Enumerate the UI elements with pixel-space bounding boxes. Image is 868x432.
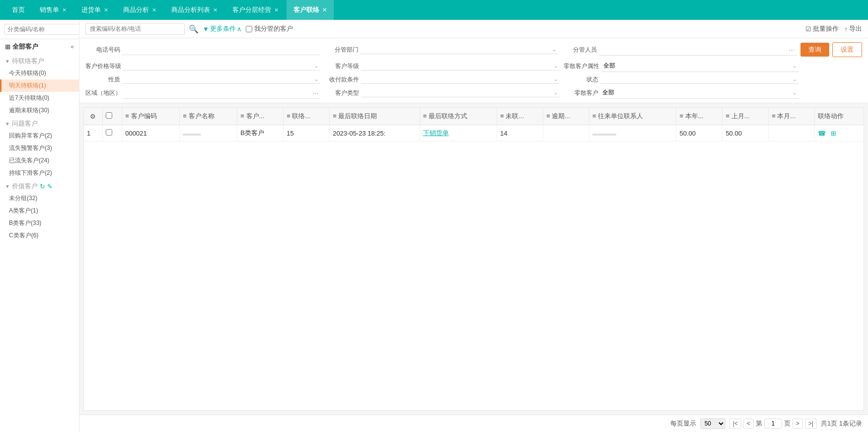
cell-this-month (769, 125, 815, 142)
sidebar-all-customers[interactable]: ⊞ 全部客户 « (0, 39, 79, 54)
th-last-month: ≡ 上月... (723, 108, 769, 125)
query-button[interactable]: 查询 (800, 43, 829, 57)
nav-product-analysis[interactable]: 商品分析 ✕ (116, 0, 163, 20)
next-page-btn[interactable]: > (793, 419, 803, 429)
nature-label: 性质 (85, 75, 120, 84)
customer-level-select[interactable]: ⌄ (361, 62, 559, 71)
cell-last-month: 50.00 (723, 125, 769, 142)
filter-phone: 电话号码 (85, 45, 320, 55)
sidebar-item-class-a[interactable]: A类客户(1) (0, 205, 79, 217)
my-customers-checkbox-label[interactable]: 我分管的客户 (246, 24, 293, 33)
retail-customer-select[interactable]: 全部 ⌄ (600, 87, 798, 99)
sidebar-search-area: 🔍 (0, 20, 79, 39)
close-product-analysis-list-icon[interactable]: ✕ (213, 7, 217, 13)
sidebar-item-abnormal[interactable]: 回购异常客户(2) (0, 130, 79, 142)
th-unit-contact: ≡ 往来单位联系人 (589, 108, 676, 125)
more-conditions-btn[interactable]: ▼ 更多条件 ∧ (203, 24, 242, 33)
close-purchase-icon[interactable]: ✕ (104, 7, 108, 13)
th-overdue: ≡ 逾期... (543, 108, 589, 125)
nature-select[interactable]: ⌄ (122, 75, 320, 84)
filter-customer-type: 客户类型 ⌄ (324, 88, 559, 97)
table-header-row: ⚙ ≡ 客户编码 ≡ 客户名称 ≡ 客户... ≡ 联络... ≡ 最后联络日期… (84, 108, 864, 125)
nav-home[interactable]: 首页 (5, 0, 32, 20)
retail-attr-caret-icon: ⌄ (793, 63, 796, 69)
filter-price-level: 客户价格等级 ⌄ (85, 62, 320, 71)
top-navigation: 首页 销售单 ✕ 进货单 ✕ 商品分析 ✕ 商品分析列表 ✕ 客户分层经营 ✕ … (0, 0, 868, 20)
prev-page-btn[interactable]: < (743, 419, 754, 429)
page-unit: 页 (784, 419, 791, 428)
page-number-input[interactable] (764, 419, 782, 429)
search-input[interactable] (85, 23, 185, 35)
customer-level-caret-icon: ⌄ (554, 63, 558, 69)
sidebar-item-overdue[interactable]: 逾期未联络(30) (0, 104, 79, 117)
person-label: 分管人员 (562, 46, 597, 54)
table-footer: 每页显示 50 100 200 |< < 第 页 > >| 共1页 1条记录 (79, 415, 868, 432)
action-phone-icon[interactable]: ☎ (818, 130, 826, 137)
sidebar-item-tomorrow[interactable]: 明天待联络(1) (0, 79, 79, 92)
status-select[interactable]: ⌄ (600, 75, 798, 84)
sidebar-item-7days[interactable]: 近7天待联络(0) (0, 92, 79, 104)
sidebar: 🔍 ⊞ 全部客户 « ▼ 待联络客户 今天待联络(0) 明天待联络(1) 近7天… (0, 20, 79, 432)
retail-attr-select[interactable]: 全部 ⌄ (601, 60, 798, 72)
nav-customer-contact[interactable]: 客户联络 ✕ (287, 0, 334, 20)
dept-select[interactable]: ⌄ (361, 45, 558, 54)
per-page-label: 每页显示 (670, 419, 696, 428)
retail-customer-label: 零散客户 (564, 89, 598, 97)
setting-button[interactable]: 设置 (832, 42, 862, 57)
export-btn[interactable]: ↑ 导出 (845, 24, 863, 33)
filter-row-1: 电话号码 分管部门 ⌄ 分管人员 ··· 查询 设置 (85, 42, 862, 57)
region-dots-icon[interactable]: ··· (313, 89, 319, 97)
customer-type-select[interactable]: ⌄ (361, 88, 559, 97)
cell-check[interactable] (102, 125, 122, 142)
close-sales-icon[interactable]: ✕ (62, 7, 67, 13)
filter-row-3: 性质 ⌄ 收付款条件 ⌄ 状态 ⌄ (85, 75, 862, 84)
price-level-select[interactable]: ⌄ (123, 62, 320, 71)
last-page-btn[interactable]: >| (805, 419, 817, 429)
collapse-icon[interactable]: « (71, 43, 74, 50)
sidebar-item-loss-warning[interactable]: 流失预警客户(3) (0, 142, 79, 154)
price-level-caret-icon: ⌄ (314, 63, 318, 69)
per-page-select[interactable]: 50 100 200 (700, 418, 725, 429)
th-check[interactable] (102, 108, 122, 125)
nav-purchase[interactable]: 进货单 ✕ (74, 0, 115, 20)
nav-customer-tier[interactable]: 客户分层经营 ✕ (225, 0, 286, 20)
action-grid-icon[interactable]: ⊞ (831, 130, 836, 137)
edit-icon[interactable]: ✎ (47, 183, 53, 190)
th-settings[interactable]: ⚙ (84, 108, 102, 125)
th-customer-type: ≡ 客户... (237, 108, 284, 125)
close-customer-tier-icon[interactable]: ✕ (274, 7, 279, 13)
search-submit-icon[interactable]: 🔍 (189, 24, 199, 34)
person-dots-icon[interactable]: ··· (789, 46, 795, 54)
page-label: 第 (756, 419, 762, 428)
batch-operation-btn[interactable]: ☑ 批量操作 (805, 24, 839, 33)
payment-select[interactable]: ⌄ (361, 75, 559, 84)
th-action: 联络动作 (815, 108, 864, 125)
last-contact-link[interactable]: 下销货单 (423, 129, 449, 137)
select-all-checkbox[interactable] (106, 112, 112, 119)
sidebar-item-today[interactable]: 今天待联络(0) (0, 67, 79, 79)
retail-customer-caret-icon: ⌄ (793, 90, 796, 95)
total-info: 共1页 1条记录 (821, 419, 862, 428)
main-content: 🔍 ▼ 更多条件 ∧ 我分管的客户 ☑ 批量操作 ↑ 导出 (79, 20, 868, 432)
my-customers-checkbox[interactable] (246, 26, 252, 32)
nav-product-analysis-list[interactable]: 商品分析列表 ✕ (164, 0, 224, 20)
phone-input[interactable] (122, 45, 320, 55)
close-customer-contact-icon[interactable]: ✕ (322, 7, 327, 13)
close-product-analysis-icon[interactable]: ✕ (152, 7, 156, 13)
payment-caret-icon: ⌄ (554, 76, 558, 82)
first-page-btn[interactable]: |< (729, 419, 741, 429)
row-checkbox[interactable] (106, 129, 112, 136)
sidebar-search-input[interactable] (4, 24, 79, 35)
region-label: 区域（地区） (85, 89, 121, 97)
triangle-icon-2: ▼ (5, 121, 10, 127)
sidebar-item-ungrouped[interactable]: 未分组(32) (0, 192, 79, 205)
nav-sales[interactable]: 销售单 ✕ (33, 0, 73, 20)
sidebar-item-class-c[interactable]: C类客户(6) (0, 229, 79, 242)
refresh-icon[interactable]: ↻ (40, 183, 45, 190)
cell-overdue (543, 125, 589, 142)
sidebar-item-declining[interactable]: 持续下滑客户(2) (0, 167, 79, 179)
cell-last-contact-method[interactable]: 下销货单 (420, 125, 497, 142)
sidebar-item-class-b[interactable]: B类客户(33) (0, 217, 79, 229)
cell-last-contact-date: 2023-05-23 18:25: (330, 125, 420, 142)
sidebar-item-lost[interactable]: 已流失客户(24) (0, 154, 79, 167)
